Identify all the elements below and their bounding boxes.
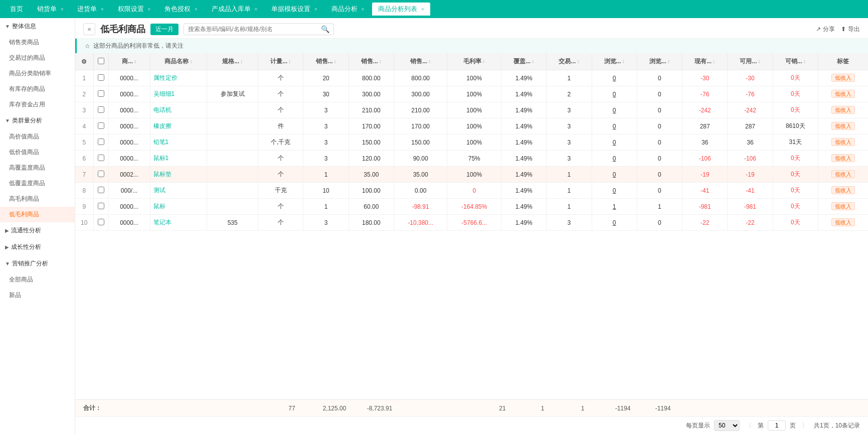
nav-close-sales[interactable]: × [61, 7, 64, 12]
col-settings[interactable]: ⚙ [75, 53, 93, 70]
col-spec[interactable]: 规格...↕ [207, 53, 258, 70]
sidebar-item-category-assist[interactable]: 商品分类助销率 [0, 66, 75, 81]
nav-close-role[interactable]: × [195, 7, 198, 12]
sidebar-item-low-margin[interactable]: 低毛利商品 [0, 207, 75, 222]
cell-browse1[interactable]: 0 [592, 151, 637, 167]
cell-checkbox[interactable] [93, 70, 108, 86]
cell-browse1[interactable]: 0 [592, 102, 637, 118]
sidebar-section-growth[interactable]: ▶ 成长性分析 [0, 239, 75, 255]
search-icon[interactable]: 🔍 [321, 25, 329, 33]
col-browse2[interactable]: 浏览...↕ [637, 53, 682, 70]
row-checkbox[interactable] [98, 155, 104, 161]
col-sales2[interactable]: 销售...↕ [349, 53, 394, 70]
cell-browse1[interactable]: 0 [592, 183, 637, 199]
cell-name[interactable]: 鼠标垫 [150, 167, 207, 183]
row-checkbox[interactable] [98, 122, 104, 129]
cell-name[interactable]: 吴细细1 [150, 86, 207, 102]
next-page-button[interactable]: 〉 [800, 420, 810, 431]
nav-close-analysis[interactable]: × [361, 7, 364, 12]
cell-checkbox[interactable] [93, 86, 108, 102]
row-checkbox[interactable] [98, 74, 104, 81]
sidebar-item-stock-capital[interactable]: 库存资金占用 [0, 97, 75, 112]
cell-checkbox[interactable] [93, 151, 108, 167]
col-sales1[interactable]: 销售...↕ [303, 53, 349, 70]
cell-checkbox[interactable] [93, 215, 108, 231]
browse1-link[interactable]: 0 [613, 91, 616, 98]
row-checkbox[interactable] [98, 138, 104, 145]
select-all-checkbox[interactable] [98, 58, 104, 64]
col-browse1[interactable]: 浏览...↕ [592, 53, 637, 70]
sidebar-item-high-margin[interactable]: 高毛利商品 [0, 191, 75, 207]
share-button[interactable]: ↗ 分享 [816, 25, 835, 34]
nav-close-purchase[interactable]: × [101, 7, 104, 12]
browse1-link[interactable]: 0 [613, 187, 616, 194]
cell-name[interactable]: 橡皮擦 [150, 118, 207, 134]
row-checkbox[interactable] [98, 203, 104, 209]
cell-browse1[interactable]: 0 [592, 70, 637, 86]
prev-page-button[interactable]: 〈 [744, 420, 754, 431]
cell-browse1[interactable]: 0 [592, 215, 637, 231]
per-page-select[interactable]: 50 100 [714, 420, 740, 431]
col-gross[interactable]: 毛利率↕ [447, 53, 501, 70]
nav-item-template[interactable]: 单据模板设置 × [265, 3, 323, 16]
col-checkbox-all[interactable] [93, 53, 108, 70]
cell-name[interactable]: 鼠标 [150, 199, 207, 215]
sidebar-item-stock-products[interactable]: 有库存的商品 [0, 81, 75, 97]
nav-close-permission[interactable]: × [148, 7, 151, 12]
cell-name[interactable]: 笔记本 [150, 215, 207, 231]
col-unit[interactable]: 计量...↕ [258, 53, 303, 70]
browse1-link[interactable]: 0 [613, 75, 616, 82]
nav-item-analysis[interactable]: 商品分析 × [325, 3, 370, 16]
search-input[interactable] [188, 26, 321, 33]
nav-item-sales[interactable]: 销货单 × [31, 3, 69, 16]
cell-browse1[interactable]: 0 [592, 167, 637, 183]
cell-checkbox[interactable] [93, 199, 108, 215]
nav-item-home[interactable]: 首页 [4, 3, 29, 16]
col-stock[interactable]: 现有...↕ [682, 53, 728, 70]
cell-name[interactable]: 铅笔1 [150, 134, 207, 151]
sidebar-item-low-coverage[interactable]: 低覆盖度商品 [0, 176, 75, 191]
cell-name[interactable]: 电话机 [150, 102, 207, 118]
browse1-link[interactable]: 0 [613, 155, 616, 162]
row-checkbox[interactable] [98, 219, 104, 225]
cell-checkbox[interactable] [93, 102, 108, 118]
row-checkbox[interactable] [98, 106, 104, 113]
cell-name[interactable]: 鼠标1 [150, 151, 207, 167]
cell-checkbox[interactable] [93, 134, 108, 151]
nav-item-product-entry[interactable]: 产成品入库单 × [206, 3, 263, 16]
sidebar-collapse-button[interactable]: « [83, 23, 95, 35]
sidebar-section-overview[interactable]: ▼ 整体信息 [0, 18, 75, 35]
browse1-link[interactable]: 1 [613, 203, 616, 210]
cell-checkbox[interactable] [93, 183, 108, 199]
col-sales3[interactable]: 销售...↕ [394, 53, 447, 70]
export-button[interactable]: ⬆ 导出 [841, 25, 860, 34]
browse1-link[interactable]: 0 [613, 107, 616, 114]
browse1-link[interactable]: 0 [613, 219, 616, 226]
cell-browse1[interactable]: 0 [592, 86, 637, 102]
cell-browse1[interactable]: 0 [592, 118, 637, 134]
cell-checkbox[interactable] [93, 118, 108, 134]
col-name[interactable]: 商品名称↕ [150, 53, 207, 70]
nav-close-template[interactable]: × [314, 7, 317, 12]
col-code[interactable]: 商...↕ [108, 53, 150, 70]
row-checkbox[interactable] [98, 90, 104, 97]
sidebar-section-marketing[interactable]: ▼ 营销推广分析 [0, 255, 75, 272]
sidebar-item-high-coverage[interactable]: 高覆盖度商品 [0, 160, 75, 176]
sidebar-item-sales-products[interactable]: 销售类商品 [0, 35, 75, 50]
sidebar-item-high-value[interactable]: 高价值商品 [0, 129, 75, 144]
cell-browse1[interactable]: 0 [592, 134, 637, 151]
nav-item-role[interactable]: 角色授权 × [158, 3, 203, 16]
page-number-input[interactable] [768, 420, 786, 430]
browse1-link[interactable]: 0 [613, 139, 616, 146]
nav-item-purchase[interactable]: 进货单 × [71, 3, 109, 16]
nav-close-analysis-list[interactable]: × [421, 7, 424, 12]
col-trade[interactable]: 交易...↕ [547, 53, 592, 70]
time-filter-button[interactable]: 近一月 [150, 24, 179, 35]
sidebar-item-traded-products[interactable]: 交易过的商品 [0, 50, 75, 66]
cell-browse1[interactable]: 1 [592, 199, 637, 215]
sidebar-item-low-value[interactable]: 低价值商品 [0, 144, 75, 160]
sidebar-section-cluster[interactable]: ▼ 类群量分析 [0, 112, 75, 129]
cell-name[interactable]: 属性定价 [150, 70, 207, 86]
col-saleable[interactable]: 可销...↕ [773, 53, 818, 70]
row-checkbox[interactable] [98, 171, 104, 177]
